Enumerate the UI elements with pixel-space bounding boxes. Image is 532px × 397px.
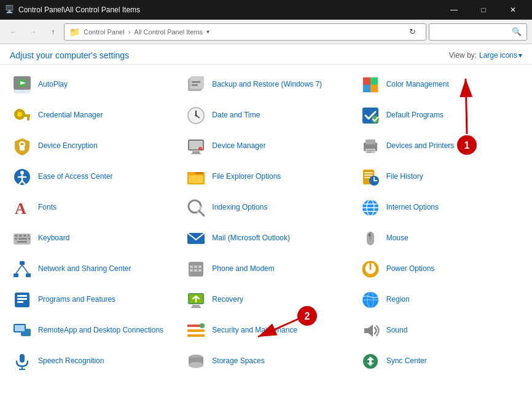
svg-rect-61	[23, 235, 26, 237]
item-datetime[interactable]: Date and Time	[179, 100, 353, 131]
view-chevron-icon: ▾	[518, 51, 522, 60]
svg-point-30	[198, 147, 202, 151]
item-filehist[interactable]: File History	[353, 162, 527, 192]
refresh-button[interactable]: ↻	[404, 23, 421, 41]
security-icon	[186, 321, 206, 340]
svg-rect-7	[192, 81, 200, 83]
filehist-icon	[361, 167, 380, 187]
svg-rect-47	[364, 177, 370, 178]
network-icon	[12, 259, 32, 279]
item-network[interactable]: Network and Sharing Center	[5, 254, 179, 285]
svg-rect-64	[18, 238, 27, 240]
sound-label: Sound	[386, 326, 408, 336]
forward-button[interactable]: →	[25, 23, 42, 41]
item-fileexp[interactable]: File Explorer Options	[179, 162, 353, 192]
item-backup[interactable]: Backup and Restore (Windows 7)	[179, 69, 353, 100]
svg-text:A: A	[15, 200, 26, 218]
address-chevron[interactable]: ▾	[206, 28, 209, 35]
search-bar[interactable]: 🔍	[429, 23, 527, 41]
color-icon	[361, 75, 380, 95]
titlebar-controls: — □ ✕	[440, 0, 527, 20]
region-label: Region	[386, 295, 410, 305]
up-button[interactable]: ↑	[44, 23, 61, 41]
sync-icon	[361, 352, 380, 371]
svg-rect-70	[369, 234, 370, 237]
breadcrumb-arrow1: ›	[128, 28, 131, 36]
item-internet[interactable]: Internet Options	[353, 192, 527, 223]
svg-rect-63	[15, 238, 17, 240]
storage-icon	[186, 352, 206, 371]
close-button[interactable]: ✕	[499, 0, 527, 20]
item-remote[interactable]: RemoteApp and Desktop Connections	[5, 315, 179, 346]
titlebar: 🖥️ Control Panel\All Control Panel Items…	[0, 0, 532, 20]
region-icon	[361, 290, 380, 310]
svg-rect-16	[24, 114, 30, 117]
mail-icon	[186, 229, 206, 248]
svg-rect-46	[364, 175, 373, 176]
svg-rect-34	[367, 150, 374, 151]
svg-rect-11	[370, 77, 378, 85]
devmgr-label: Device Manager	[212, 141, 265, 151]
svg-rect-60	[19, 235, 22, 237]
recovery-label: Recovery	[212, 295, 243, 305]
easeaccess-label: Ease of Access Center	[38, 172, 112, 182]
minimize-button[interactable]: —	[440, 0, 468, 20]
item-security[interactable]: Security and Maintenance	[179, 315, 353, 346]
item-devmgr[interactable]: Device Manager	[179, 131, 353, 162]
breadcrumb-item[interactable]: All Control Panel Items	[134, 28, 203, 36]
item-power[interactable]: Power Options	[353, 254, 527, 285]
speech-label: Speech Recognition	[38, 356, 104, 366]
item-autoplay[interactable]: AutoPlay	[5, 69, 179, 100]
storage-label: Storage Spaces	[212, 356, 264, 366]
item-region[interactable]: Region	[353, 285, 527, 315]
item-fonts[interactable]: A Fonts	[5, 192, 179, 223]
svg-line-52	[199, 211, 204, 216]
fonts-label: Fonts	[38, 203, 57, 213]
svg-rect-71	[20, 261, 25, 265]
item-mouse[interactable]: Mouse	[353, 223, 527, 254]
svg-rect-78	[194, 265, 197, 268]
default-label: Default Programs	[386, 111, 444, 120]
item-keyboard[interactable]: Keyboard	[5, 223, 179, 254]
item-encryption[interactable]: Device Encryption	[5, 131, 179, 162]
power-icon	[361, 259, 380, 279]
item-storage[interactable]: Storage Spaces	[179, 346, 353, 377]
back-button[interactable]: ←	[5, 23, 22, 41]
address-bar: 📁 Control Panel › All Control Panel Item…	[64, 23, 426, 41]
item-phone[interactable]: Phone and Modem	[179, 254, 353, 285]
svg-rect-88	[17, 301, 23, 303]
svg-rect-13	[370, 85, 378, 92]
maximize-button[interactable]: □	[469, 0, 498, 20]
programs-label: Programs and Features	[38, 295, 115, 305]
item-sound[interactable]: Sound	[353, 315, 527, 346]
easeaccess-icon	[12, 167, 32, 187]
sync-label: Sync Center	[386, 356, 427, 366]
default-icon	[361, 106, 380, 125]
item-devprinters[interactable]: Devices and Printers	[353, 131, 527, 162]
app-icon: 🖥️	[5, 5, 15, 15]
svg-marker-104	[364, 324, 373, 337]
filehist-label: File History	[386, 172, 423, 182]
indexing-icon	[186, 198, 206, 218]
network-label: Network and Sharing Center	[38, 264, 131, 274]
svg-rect-73	[26, 273, 31, 277]
view-by-value[interactable]: Large icons ▾	[479, 51, 522, 60]
item-default[interactable]: Default Programs	[353, 100, 527, 131]
svg-rect-81	[194, 269, 197, 272]
svg-rect-8	[192, 84, 198, 86]
item-credential[interactable]: Credential Manager	[5, 100, 179, 131]
item-easeaccess[interactable]: Ease of Access Center	[5, 162, 179, 192]
item-sync[interactable]: Sync Center	[353, 346, 527, 377]
item-color[interactable]: Color Management	[353, 69, 527, 100]
item-mail[interactable]: Mail (Microsoft Outlook)	[179, 223, 353, 254]
fonts-icon: A	[12, 198, 32, 218]
autoplay-label: AutoPlay	[38, 80, 68, 90]
programs-icon	[12, 290, 32, 310]
item-indexing[interactable]: Indexing Options	[179, 192, 353, 223]
search-input[interactable]	[434, 28, 512, 36]
titlebar-title: Control Panel\All Control Panel Items	[18, 6, 440, 14]
item-recovery[interactable]: Recovery	[179, 285, 353, 315]
item-speech[interactable]: Speech Recognition	[5, 346, 179, 377]
item-programs[interactable]: Programs and Features	[5, 285, 179, 315]
items-grid: AutoPlay Backup and Restore (Windows 7) …	[5, 69, 527, 377]
